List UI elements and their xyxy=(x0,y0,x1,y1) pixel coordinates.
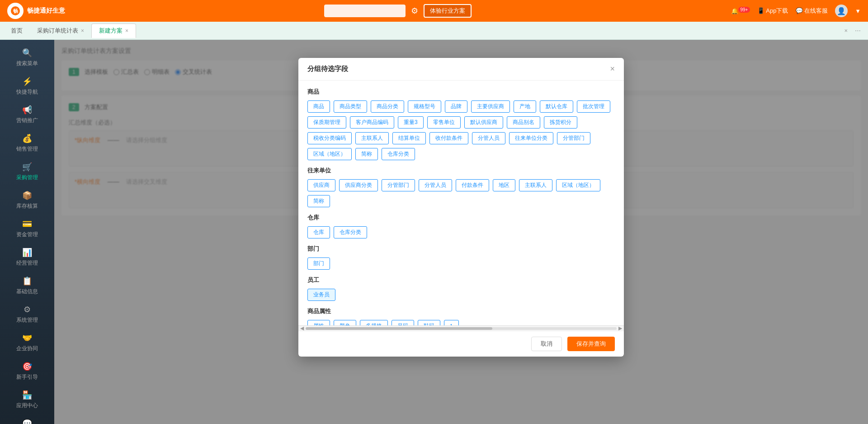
field-tag-goods-category[interactable]: 商品分类 xyxy=(371,100,404,113)
field-tag-attr[interactable]: 属性 xyxy=(307,320,330,325)
sidebar-item-appcenter[interactable]: 🏪 应用中心 xyxy=(0,386,54,414)
sales-icon: 💰 xyxy=(22,133,32,143)
field-tag-main-contact[interactable]: 主联系人 xyxy=(355,132,389,144)
tab-bar-expand[interactable]: ⋯ xyxy=(851,27,864,34)
purchase-icon: 🛒 xyxy=(22,162,32,172)
sidebar-item-collab[interactable]: 🤝 企业协同 xyxy=(0,329,54,357)
field-tag-retail-unit[interactable]: 零售单位 xyxy=(427,116,461,129)
field-tag-spec-model[interactable]: 规格型号 xyxy=(408,100,441,113)
field-tag-supervise-person[interactable]: 分管人员 xyxy=(472,132,505,144)
sidebar-item-appcenter-label: 应用中心 xyxy=(16,402,38,410)
sidebar-item-operations[interactable]: 📊 经营管理 xyxy=(0,243,54,272)
field-tag-main-supplier[interactable]: 主要供应商 xyxy=(471,100,510,113)
sidebar-item-quicknav[interactable]: ⚡ 快捷导航 xyxy=(0,72,54,100)
field-tag-settlement-unit[interactable]: 结算单位 xyxy=(392,132,426,144)
sidebar-item-basicinfo-label: 基础信息 xyxy=(16,288,38,295)
tab-bar: 首页 采购订单统计表 × 新建方案 × × ⋯ xyxy=(0,22,868,40)
field-tag-color[interactable]: 颜色 xyxy=(334,320,356,325)
tab-purchase-stats-label: 采购订单统计表 xyxy=(37,27,78,35)
sidebar-item-basicinfo[interactable]: 📋 基础信息 xyxy=(0,272,54,300)
field-tag-custom1[interactable]: 1 xyxy=(444,320,459,325)
field-tag-pick-points[interactable]: 拣货积分 xyxy=(544,116,577,129)
field-tag-customer-code[interactable]: 客户商品编码 xyxy=(350,116,394,129)
wechat-icon: 💬 xyxy=(22,419,32,424)
sidebar-item-marketing[interactable]: 📢 营销推广 xyxy=(0,100,54,129)
field-tag-batch-manage[interactable]: 批次管理 xyxy=(577,100,610,113)
field-tag-salesperson[interactable]: 业务员 xyxy=(307,289,335,301)
cancel-button[interactable]: 取消 xyxy=(531,337,562,351)
sidebar-item-sales[interactable]: 💰 销售管理 xyxy=(0,129,54,157)
field-tag-supplier-category[interactable]: 供应商分类 xyxy=(339,179,378,191)
sidebar-item-newbie[interactable]: 🎯 新手引导 xyxy=(0,357,54,386)
modal-footer: 取消 保存并查询 xyxy=(298,331,624,357)
sidebar-item-inventory[interactable]: 📦 库存核算 xyxy=(0,186,54,214)
field-tag-multispec[interactable]: 多规格 xyxy=(360,320,388,325)
field-tag-area[interactable]: 地区 xyxy=(493,179,515,191)
tab-purchase-stats-close[interactable]: × xyxy=(81,28,84,34)
section-title-goods: 商品 xyxy=(307,88,615,96)
main-layout: 🔍 搜索菜单 ⚡ 快捷导航 📢 营销推广 💰 销售管理 🛒 采购管理 📦 库存核… xyxy=(0,40,868,424)
field-tag-warehouse-category[interactable]: 仓库分类 xyxy=(382,148,415,160)
tab-new-plan[interactable]: 新建方案 × xyxy=(91,24,136,38)
field-tag-shelf-life[interactable]: 保质期管理 xyxy=(307,116,346,129)
notification-area[interactable]: 🔔99+ xyxy=(731,8,750,14)
field-tag-partner-contact[interactable]: 主联系人 xyxy=(519,179,552,191)
field-tag-abbr[interactable]: 简称 xyxy=(355,148,378,160)
field-grid-warehouse: 仓库 仓库分类 xyxy=(307,226,615,238)
tab-bar-collapse[interactable]: × xyxy=(840,27,851,34)
svg-text:畅: 畅 xyxy=(13,8,18,14)
field-tag-region[interactable]: 区域（地区） xyxy=(307,148,352,160)
experience-button[interactable]: 体验行业方案 xyxy=(424,4,472,18)
tab-home[interactable]: 首页 xyxy=(4,24,30,38)
field-tag-default-supplier[interactable]: 默认供应商 xyxy=(464,116,503,129)
modal-close-button[interactable]: × xyxy=(610,64,615,74)
sysmanage-icon: ⚙ xyxy=(24,305,31,314)
sidebar-item-wechat[interactable]: 💬 企业微信 xyxy=(0,414,54,424)
field-grid-staff: 业务员 xyxy=(307,289,615,301)
sidebar-item-search[interactable]: 🔍 搜索菜单 xyxy=(0,43,54,72)
field-tag-size[interactable]: 尺码 xyxy=(392,320,414,325)
field-tag-alias[interactable]: 商品别名 xyxy=(507,116,540,129)
tab-new-plan-close[interactable]: × xyxy=(125,28,128,34)
field-tag-goods[interactable]: 商品 xyxy=(307,100,330,113)
field-tag-weight[interactable]: 重量3 xyxy=(398,116,424,129)
confirm-button[interactable]: 保存并查询 xyxy=(567,337,615,351)
modal-horizontal-scrollbar[interactable]: ◀ ▶ xyxy=(298,325,624,331)
field-tag-payment-condition[interactable]: 付款条件 xyxy=(456,179,489,191)
newbie-icon: 🎯 xyxy=(22,362,32,372)
field-tag-partner-category[interactable]: 往来单位分类 xyxy=(509,132,553,144)
modal-title: 分组待选字段 xyxy=(307,65,348,73)
tab-purchase-stats[interactable]: 采购订单统计表 × xyxy=(30,24,91,38)
field-tag-tax-code[interactable]: 税收分类编码 xyxy=(307,132,352,144)
online-service-link[interactable]: 💬 在线客服 xyxy=(796,7,828,15)
field-tag-shoe-size[interactable]: 鞋码 xyxy=(418,320,440,325)
settings-icon[interactable]: ⚙ xyxy=(411,6,418,16)
search-input[interactable] xyxy=(324,5,406,17)
field-tag-dept[interactable]: 部门 xyxy=(307,257,330,270)
field-tag-partner-region[interactable]: 区域（地区） xyxy=(556,179,600,191)
field-tag-payment-terms[interactable]: 收付款条件 xyxy=(429,132,468,144)
field-tag-default-warehouse[interactable]: 默认仓库 xyxy=(540,100,573,113)
avatar[interactable]: 👤 xyxy=(835,5,848,17)
logo-area: 畅 畅捷通好生意 xyxy=(7,3,65,19)
field-tag-warehouse-cat[interactable]: 仓库分类 xyxy=(334,226,367,238)
field-tag-origin[interactable]: 产地 xyxy=(514,100,536,113)
sidebar-item-finance[interactable]: 💳 资金管理 xyxy=(0,214,54,243)
field-tag-warehouse[interactable]: 仓库 xyxy=(307,226,330,238)
sidebar-item-finance-label: 资金管理 xyxy=(16,231,38,238)
field-tag-partner-person[interactable]: 分管人员 xyxy=(419,179,452,191)
section-title-dept: 部门 xyxy=(307,245,615,253)
user-menu[interactable]: ▼ xyxy=(855,8,861,14)
field-tag-goods-type[interactable]: 商品类型 xyxy=(334,100,367,113)
field-tag-partner-dept[interactable]: 分管部门 xyxy=(382,179,415,191)
field-grid-partner: 供应商 供应商分类 分管部门 分管人员 付款条件 地区 主联系人 区域（地区） … xyxy=(307,179,615,207)
field-tag-partner-abbr[interactable]: 简称 xyxy=(307,195,330,207)
sidebar-item-purchase[interactable]: 🛒 采购管理 xyxy=(0,157,54,186)
field-tag-brand[interactable]: 品牌 xyxy=(445,100,467,113)
logo-text: 畅捷通好生意 xyxy=(27,7,65,15)
sidebar-item-sysmanage[interactable]: ⚙ 系统管理 xyxy=(0,300,54,329)
app-download-link[interactable]: 📱 App下载 xyxy=(757,7,788,15)
finance-icon: 💳 xyxy=(22,219,32,229)
field-tag-supplier[interactable]: 供应商 xyxy=(307,179,335,191)
field-tag-supervise-dept[interactable]: 分管部门 xyxy=(557,132,590,144)
